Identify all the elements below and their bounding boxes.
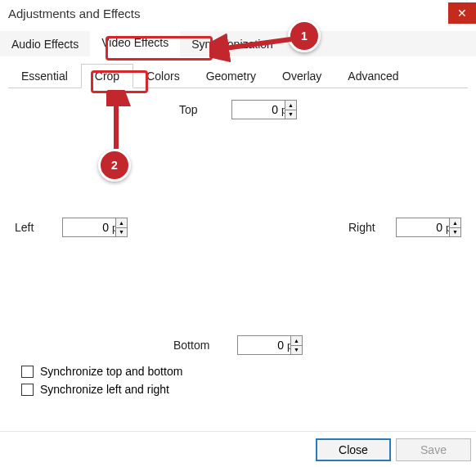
input-right[interactable] [397,221,446,234]
spin-right-down[interactable]: ▼ [449,228,460,237]
spin-left-down[interactable]: ▼ [115,228,127,237]
input-top[interactable] [232,103,281,116]
sub-tab-bar: Essential Crop Colors Geometry Overlay A… [8,64,468,88]
spin-bottom-down[interactable]: ▼ [290,346,302,355]
spin-bottom[interactable]: px ▲ ▼ [237,335,303,355]
window-close-button[interactable]: ✕ [448,2,476,24]
dialog-footer: Close Save [0,431,476,467]
subtab-colors[interactable]: Colors [133,65,192,88]
input-bottom[interactable] [238,339,287,352]
label-right: Right [348,221,383,234]
spin-right[interactable]: px ▲ ▼ [396,218,461,237]
subtab-essential[interactable]: Essential [8,65,81,88]
checkbox-sync-tb[interactable] [21,366,34,378]
label-bottom: Bottom [173,339,222,352]
subtab-geometry[interactable]: Geometry [193,65,269,88]
label-left: Left [15,221,49,234]
crop-panel: Top px ▲ ▼ Left px ▲ ▼ Right [0,88,476,409]
main-tab-bar: Audio Effects Video Effects Synchronizat… [0,31,476,57]
label-sync-tb: Synchronize top and bottom [40,365,182,378]
spin-right-up[interactable]: ▲ [449,218,460,228]
label-sync-lr: Synchronize left and right [40,383,169,396]
subtab-crop[interactable]: Crop [81,64,133,88]
spin-bottom-up[interactable]: ▲ [290,336,302,346]
spin-top-down[interactable]: ▼ [285,110,296,119]
tab-audio-effects[interactable]: Audio Effects [0,32,90,56]
spin-top[interactable]: px ▲ ▼ [231,100,297,119]
input-left[interactable] [63,221,112,234]
tab-video-effects[interactable]: Video Effects [90,30,180,56]
close-button[interactable]: Close [316,438,391,461]
spin-left-up[interactable]: ▲ [115,218,127,228]
subtab-advanced[interactable]: Advanced [335,65,411,88]
checkbox-sync-lr[interactable] [21,384,34,396]
close-icon: ✕ [457,7,467,20]
save-button: Save [396,438,471,461]
window-title: Adjustments and Effects [8,7,140,20]
subtab-overlay[interactable]: Overlay [269,65,335,88]
spin-left[interactable]: px ▲ ▼ [62,218,128,237]
label-top: Top [179,103,213,116]
tab-synchronization[interactable]: Synchronization [180,32,285,56]
spin-top-up[interactable]: ▲ [285,101,296,110]
